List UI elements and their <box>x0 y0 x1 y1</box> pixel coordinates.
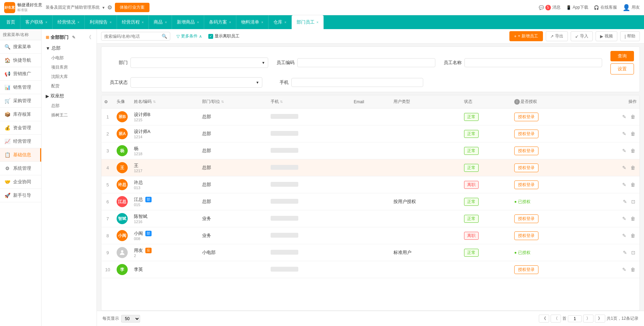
sidebar-item-nav[interactable]: 🏠 快捷导航 <box>0 54 41 67</box>
set-btn[interactable]: 设置 <box>610 63 634 74</box>
sidebar-item-biz[interactable]: 📈 经营管理 <box>0 135 41 148</box>
online-service-btn[interactable]: 🎧 在线客服 <box>594 5 617 10</box>
app-download-btn[interactable]: 📱 App下载 <box>566 5 588 10</box>
auth-btn[interactable]: 授权登录 <box>514 265 538 274</box>
tab-profit[interactable]: 利润报告 × <box>85 15 117 29</box>
sidebar-item-collab[interactable]: 🤝 企业协同 <box>0 175 41 189</box>
dept-sub-shenyang[interactable]: 沈阳大库 <box>42 72 97 81</box>
edit-btn[interactable]: ✎ <box>621 130 628 137</box>
employee-search-input[interactable] <box>104 34 162 39</box>
user-menu[interactable]: 👤 用友 <box>623 4 640 11</box>
dept-sub-peihuo[interactable]: 配货 <box>42 81 97 91</box>
sidebar-item-basic[interactable]: 📋 基础信息 <box>0 148 41 162</box>
edit-btn[interactable]: ✎ <box>621 181 628 188</box>
page-input[interactable] <box>568 315 582 322</box>
auth-btn[interactable]: 授权登录 <box>514 214 538 223</box>
delete-btn[interactable]: 🗑 <box>629 113 637 120</box>
tab-bom-close[interactable]: × <box>261 20 263 24</box>
tab-dept-employee-close[interactable]: × <box>317 20 319 24</box>
copy-btn[interactable]: ⊡ <box>630 198 637 205</box>
sidebar-item-search[interactable]: 🔍 搜索菜单 <box>0 40 41 54</box>
tab-history[interactable]: 经营历程 × <box>117 15 149 29</box>
delete-btn[interactable]: 🗑 <box>629 215 637 222</box>
delete-btn[interactable]: 🗑 <box>629 181 637 188</box>
auth-btn[interactable]: 授权登录 <box>514 130 538 138</box>
col-name[interactable]: 姓名/编码 ⇅ <box>131 95 199 108</box>
message-btn[interactable]: 💬 5 消息 <box>539 5 561 10</box>
filter-phone-input[interactable] <box>291 78 423 87</box>
import-btn[interactable]: ↙ 导入 <box>571 31 593 41</box>
tab-goods[interactable]: 商品 × <box>149 15 172 29</box>
prev-page-btn[interactable]: 〈 <box>551 315 561 323</box>
dept-sub-project[interactable]: 项目库房 <box>42 63 97 72</box>
tab-history-close[interactable]: × <box>142 20 144 24</box>
tab-operation[interactable]: 经营情况 × <box>53 15 85 29</box>
delete-btn[interactable]: 🗑 <box>629 130 637 137</box>
dept-sub-chashuwang[interactable]: 插树王二 <box>42 111 97 120</box>
dept-group-shuangzuo[interactable]: ▶ 双座想 <box>42 91 97 101</box>
auth-btn[interactable]: 授权登录 <box>514 113 538 121</box>
show-inactive-checkbox[interactable]: ✓ 显示离职员工 <box>208 33 239 39</box>
auth-btn[interactable]: 授权登录 <box>514 180 538 189</box>
tab-operation-close[interactable]: × <box>78 20 80 24</box>
edit-btn[interactable]: ✎ <box>621 232 628 239</box>
sidebar-item-system[interactable]: ⚙ 系统管理 <box>0 162 41 175</box>
auth-btn[interactable]: 授权登录 <box>514 147 538 155</box>
tab-customer-close[interactable]: × <box>45 20 47 24</box>
dept-edit-icon[interactable]: ✎ <box>72 35 75 40</box>
query-btn[interactable]: 查询 <box>610 51 634 61</box>
next-page-btn[interactable]: 〉 <box>583 315 593 323</box>
tab-new-goods[interactable]: 新增商品 × <box>172 15 204 29</box>
dropdown-icon[interactable]: ▾ <box>102 5 105 10</box>
copy-btn[interactable]: ⊡ <box>630 249 637 256</box>
sidebar-item-finance[interactable]: 💰 资金管理 <box>0 121 41 135</box>
edit-btn[interactable]: ✎ <box>622 249 628 256</box>
first-page-btn[interactable]: 《 <box>539 315 549 323</box>
more-filter-btn[interactable]: ▽ 更多条件 ∧ <box>173 32 206 41</box>
edit-btn[interactable]: ✎ <box>621 266 628 273</box>
tab-goods-close[interactable]: × <box>165 20 167 24</box>
tab-home[interactable]: 首页 <box>1 15 20 29</box>
tab-dept-employee[interactable]: 部门员工 × <box>292 15 324 29</box>
dept-sub-zongbu2[interactable]: 总部 <box>42 101 97 111</box>
filter-dept-select[interactable]: ▾ <box>130 58 268 68</box>
help-btn[interactable]: | 帮助 <box>620 31 640 41</box>
dept-collapse-btn[interactable]: 《 <box>85 34 92 41</box>
dept-group-zongbu[interactable]: ▼ 总部 <box>42 43 97 53</box>
tab-customer[interactable]: 客户联络 × <box>20 15 53 29</box>
export-btn[interactable]: ↗ 导出 <box>546 31 568 41</box>
edit-btn[interactable]: ✎ <box>621 147 628 154</box>
auth-btn[interactable]: 授权登录 <box>514 164 538 172</box>
sidebar-item-sales[interactable]: 📊 销售管理 <box>0 81 41 94</box>
sidebar-item-guide[interactable]: 🚀 新手引导 <box>0 189 41 202</box>
sidebar-item-marketing[interactable]: 📢 营销推广 <box>0 67 41 81</box>
delete-btn[interactable]: 🗑 <box>629 266 637 273</box>
view-btn[interactable]: ▶ 视频 <box>596 31 617 41</box>
filter-status-select[interactable]: ▾ <box>130 77 262 88</box>
edit-btn[interactable]: ✎ <box>621 113 628 120</box>
dept-sub-xiaodian[interactable]: 小电部 <box>42 53 97 63</box>
tab-barcode[interactable]: 条码方案 × <box>204 15 236 29</box>
trial-btn[interactable]: 体验行业方案 <box>115 3 149 12</box>
col-settings[interactable]: ⚙ <box>101 95 114 108</box>
sidebar-item-inventory[interactable]: 📦 库存核算 <box>0 108 41 121</box>
filter-code-input[interactable] <box>297 58 435 67</box>
tab-warehouse-close[interactable]: × <box>284 20 287 24</box>
tab-barcode-close[interactable]: × <box>229 20 231 24</box>
edit-btn[interactable]: ✎ <box>621 164 628 171</box>
edit-btn[interactable]: ✎ <box>622 198 628 205</box>
add-employee-btn[interactable]: + + 新增员工 <box>509 31 543 41</box>
tab-profit-close[interactable]: × <box>110 20 112 24</box>
tab-bom[interactable]: 物料清单 × <box>236 15 269 29</box>
filter-name-input[interactable] <box>464 58 602 67</box>
tab-warehouse[interactable]: 仓库 × <box>269 15 292 29</box>
sidebar-item-purchase[interactable]: 🛒 采购管理 <box>0 94 41 108</box>
delete-btn[interactable]: 🗑 <box>629 147 637 154</box>
last-page-btn[interactable]: 》 <box>595 315 605 323</box>
delete-btn[interactable]: 🗑 <box>629 164 637 171</box>
edit-btn[interactable]: ✎ <box>621 215 628 222</box>
per-page-dropdown[interactable]: 50 20 100 <box>121 315 140 323</box>
auth-btn[interactable]: 授权登录 <box>514 231 538 240</box>
delete-btn[interactable]: 🗑 <box>629 232 637 239</box>
settings-icon[interactable]: ⚙ <box>107 4 112 11</box>
